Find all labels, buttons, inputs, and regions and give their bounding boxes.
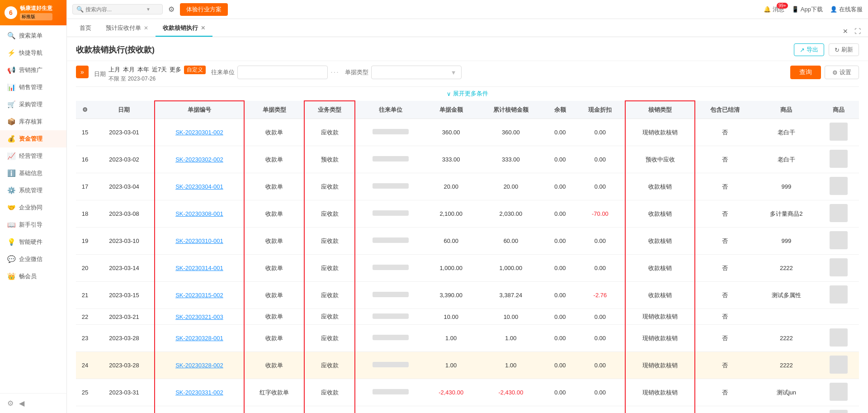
- sidebar-item-11[interactable]: 📖新手引导: [0, 216, 66, 233]
- sidebar-label-14: 畅会员: [19, 272, 37, 280]
- solution-button[interactable]: 体验行业方案: [180, 3, 228, 16]
- cell-docno[interactable]: SK-20230314-001: [155, 255, 244, 282]
- close-pending-tab-icon[interactable]: ✕: [144, 25, 148, 31]
- cell-doctype: 收款单: [244, 325, 304, 352]
- gear-icon[interactable]: ⚙: [168, 5, 175, 14]
- sidebar-item-14[interactable]: 👑畅会员: [0, 268, 66, 285]
- search-icon: 🔍: [76, 6, 84, 13]
- cell-cancel-type: 现销收款核销: [625, 379, 695, 406]
- table-settings-icon[interactable]: ⚙: [82, 106, 88, 113]
- date-this-month[interactable]: 本月: [123, 66, 135, 74]
- date-filter-label: 日期: [94, 70, 106, 78]
- close-tab-icon[interactable]: ✕: [841, 26, 850, 37]
- sidebar-icon-11: 📖: [7, 221, 15, 229]
- service-button[interactable]: 👤 在线客服: [830, 5, 863, 14]
- cell-docno[interactable]: SK-20230315-002: [155, 282, 244, 309]
- date-this-year[interactable]: 本年: [137, 66, 149, 74]
- cell-date: 2023-03-10: [94, 228, 155, 255]
- date-more[interactable]: 更多: [170, 66, 181, 74]
- sidebar-label-6: 资金管理: [19, 135, 42, 143]
- cell-docno[interactable]: SK-20230304-001: [155, 173, 244, 200]
- app-download-button[interactable]: 📱 App下载: [792, 5, 823, 14]
- cell-doctype: 收款单: [244, 119, 304, 146]
- sidebar-item-13[interactable]: 💬企业微信: [0, 251, 66, 268]
- notice-button[interactable]: 🔔 消息 99+: [764, 5, 784, 14]
- expand-tab-icon[interactable]: ⛶: [853, 26, 863, 37]
- cell-partner: [355, 325, 425, 352]
- partner-filter-group: 往来单位 ···: [211, 66, 339, 79]
- cell-cancel-type: 现销收款核销: [625, 352, 695, 379]
- date-last-month[interactable]: 上月: [108, 66, 120, 74]
- sidebar-item-7[interactable]: 📈经营管理: [0, 147, 66, 165]
- cell-amount: 20.00: [425, 406, 477, 413]
- cell-docno[interactable]: SK-20230310-001: [155, 228, 244, 255]
- sidebar-item-5[interactable]: 📦库存核算: [0, 113, 66, 130]
- sidebar-item-3[interactable]: 📊销售管理: [0, 79, 66, 96]
- settings-icon[interactable]: ⚙: [7, 399, 14, 408]
- col-header-balance: 余额: [545, 101, 575, 119]
- settings-button[interactable]: ⚙ 设置: [825, 66, 859, 79]
- cell-docno[interactable]: SK-20230403-002: [155, 406, 244, 413]
- payment-tab-label: 收款核销执行: [163, 24, 198, 32]
- search-input[interactable]: [85, 6, 144, 13]
- date-quick-links: 上月 本月 本年 近7天 更多 自定义: [108, 66, 206, 74]
- sidebar-item-2[interactable]: 📢营销推广: [0, 62, 66, 79]
- topbar-search[interactable]: 🔍 ▼: [72, 4, 163, 14]
- sidebar-item-6[interactable]: 💰资金管理: [0, 130, 66, 147]
- cell-cum-amount: 10.00: [477, 309, 545, 325]
- sidebar-item-12[interactable]: 💡智能硬件: [0, 233, 66, 251]
- cell-cancel-type: 现销收款核销: [625, 309, 695, 325]
- refresh-button[interactable]: ↻ 刷新: [829, 43, 859, 56]
- cell-docno[interactable]: SK-20230328-002: [155, 352, 244, 379]
- cell-docno[interactable]: SK-20230302-002: [155, 146, 244, 173]
- cell-docno[interactable]: SK-20230321-003: [155, 309, 244, 325]
- voucher-type-select[interactable]: ▼: [371, 66, 462, 79]
- cell-partner: [355, 119, 425, 146]
- cell-goods2: [818, 406, 859, 413]
- cell-docno[interactable]: SK-20230328-001: [155, 325, 244, 352]
- cell-docno[interactable]: SK-20230308-001: [155, 200, 244, 228]
- table-row: 21 2023-03-15 SK-20230315-002 收款单 应收款 3,…: [76, 282, 859, 309]
- sidebar-item-0[interactable]: 🔍搜索菜单: [0, 27, 66, 44]
- date-custom-btn[interactable]: 自定义: [184, 66, 206, 74]
- sidebar-item-1[interactable]: ⚡快捷导航: [0, 44, 66, 62]
- col-header-settings[interactable]: ⚙: [76, 101, 94, 119]
- cell-doctype: 红字收款单: [244, 379, 304, 406]
- sidebar-menu: 🔍搜索菜单⚡快捷导航📢营销推广📊销售管理🛒采购管理📦库存核算💰资金管理📈经营管理…: [0, 25, 66, 393]
- filter-toggle-button[interactable]: »: [76, 66, 89, 78]
- voucher-type-label: 单据类型: [345, 68, 368, 76]
- cell-goods2: [818, 228, 859, 255]
- collapse-icon[interactable]: ◀: [19, 399, 24, 408]
- filter-expand-button[interactable]: ∨ 展开更多条件: [76, 86, 859, 100]
- cell-cancel-type: 收款核销: [625, 200, 695, 228]
- cell-cum-amount: 2,030.00: [477, 200, 545, 228]
- dropdown-arrow-icon[interactable]: ▼: [146, 7, 151, 12]
- cell-seq: 24: [76, 352, 94, 379]
- date-last-7days[interactable]: 近7天: [152, 66, 167, 74]
- export-button[interactable]: ↗ 导出: [794, 43, 824, 56]
- cell-seq: 16: [76, 146, 94, 173]
- cell-docno[interactable]: SK-20230331-002: [155, 379, 244, 406]
- tab-pending-payment[interactable]: 预计应收付单 ✕: [99, 20, 156, 37]
- cell-amount: 20.00: [425, 173, 477, 200]
- sidebar-item-4[interactable]: 🛒采购管理: [0, 96, 66, 113]
- cell-goods1: 999: [755, 173, 818, 200]
- cell-biztype: 应收款: [304, 255, 355, 282]
- cell-balance: 0.00: [545, 200, 575, 228]
- cell-doctype: 收款单: [244, 173, 304, 200]
- sidebar-item-10[interactable]: 🤝企业协同: [0, 199, 66, 216]
- cell-goods1: [755, 309, 818, 325]
- sidebar: 6 畅康道好生意 标推版 🔍搜索菜单⚡快捷导航📢营销推广📊销售管理🛒采购管理📦库…: [0, 0, 67, 413]
- table-row: 15 2023-03-01 SK-20230301-002 收款单 应收款 36…: [76, 119, 859, 146]
- close-payment-tab-icon[interactable]: ✕: [201, 25, 205, 31]
- tab-payment-execution[interactable]: 收款核销执行 ✕: [156, 20, 212, 37]
- tab-home[interactable]: 首页: [72, 20, 99, 37]
- cell-amount: 360.00: [425, 119, 477, 146]
- filter-dots-icon[interactable]: ···: [330, 68, 339, 76]
- sidebar-item-8[interactable]: ℹ️基础信息: [0, 165, 66, 182]
- query-button[interactable]: 查询: [790, 66, 821, 79]
- sidebar-item-9[interactable]: ⚙️系统管理: [0, 182, 66, 199]
- cell-docno[interactable]: SK-20230301-002: [155, 119, 244, 146]
- partner-input[interactable]: [237, 66, 328, 79]
- cell-balance: 0.00: [545, 379, 575, 406]
